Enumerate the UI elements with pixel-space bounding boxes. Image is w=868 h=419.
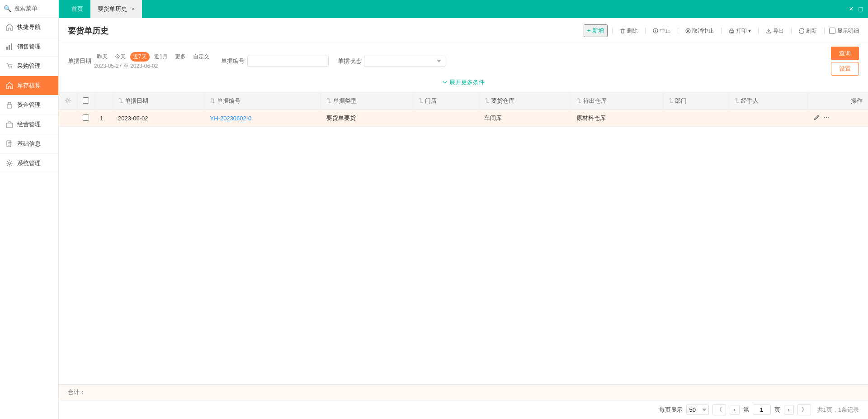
sidebar-item-inventory[interactable]: 库存核算: [0, 76, 58, 95]
select-all-checkbox[interactable]: [83, 97, 89, 104]
td-pending-warehouse: 原材料仓库: [571, 110, 663, 127]
expand-more-label: 展开更多条件: [449, 78, 485, 86]
divider-5: [758, 28, 759, 34]
content: 要货单历史 + 新增 删除 中止 取消中止: [59, 18, 868, 419]
sidebar-item-sales[interactable]: 销售管理: [0, 37, 58, 57]
th-req-warehouse[interactable]: ⇅ 要货仓库: [479, 92, 571, 110]
export-button[interactable]: 导出: [763, 26, 787, 36]
window-close-btn[interactable]: ×: [849, 5, 853, 13]
add-button[interactable]: + 新增: [584, 24, 608, 37]
sidebar-item-system[interactable]: 系统管理: [0, 154, 58, 173]
th-store[interactable]: ⇅ 门店: [413, 92, 479, 110]
show-detail-toggle[interactable]: 显示明细: [829, 27, 859, 35]
page-suffix: 页: [774, 406, 780, 414]
doc-no-label: 单据编号: [221, 57, 245, 65]
sidebar-item-quick-nav[interactable]: 快捷导航: [0, 18, 58, 37]
home-icon: [5, 23, 14, 31]
th-department[interactable]: ⇅ 部门: [663, 92, 729, 110]
print-dropdown-icon[interactable]: ▾: [748, 28, 751, 34]
row-edit-icon[interactable]: [813, 114, 820, 122]
tab-requisition-history[interactable]: 要货单历史 ×: [90, 0, 142, 18]
td-department: [663, 110, 729, 127]
td-doc-no[interactable]: YH-20230602-0: [205, 110, 321, 127]
tab-close-icon[interactable]: ×: [132, 6, 135, 12]
print-button[interactable]: 打印 ▾: [726, 26, 754, 36]
date-shortcut-more[interactable]: 更多: [172, 52, 189, 62]
svg-point-8: [9, 162, 11, 165]
date-shortcut-yesterday[interactable]: 昨天: [94, 52, 110, 62]
td-checkbox[interactable]: [77, 110, 94, 127]
date-shortcut-1month[interactable]: 近1月: [151, 52, 171, 62]
window-maximize-btn[interactable]: □: [859, 5, 863, 13]
query-button[interactable]: 查询: [831, 47, 859, 60]
th-pending-warehouse[interactable]: ⇅ 待出仓库: [571, 92, 663, 110]
row-more-icon[interactable]: [823, 114, 830, 122]
svg-point-13: [67, 100, 69, 101]
refresh-button[interactable]: 刷新: [796, 26, 820, 36]
row-checkbox[interactable]: [83, 114, 89, 121]
show-detail-label: 显示明细: [837, 27, 859, 35]
next-page-btn[interactable]: ›: [784, 405, 794, 415]
sidebar-item-purchase[interactable]: 采购管理: [0, 57, 58, 76]
pagination-bar: 每页显示 50 20 100 《 ‹ 第 页 › 》 共1页，1条记录: [59, 400, 868, 419]
page-title-bar: 要货单历史 + 新增 删除 中止 取消中止: [59, 18, 868, 41]
th-doc-no[interactable]: ⇅ 单据编号: [205, 92, 321, 110]
house-icon: [5, 81, 14, 90]
doc-no-input[interactable]: [247, 56, 329, 67]
th-date[interactable]: ⇅ 单据日期: [113, 92, 205, 110]
svg-rect-12: [731, 32, 733, 33]
sort-icon: ⇅: [669, 97, 674, 104]
svg-point-14: [824, 117, 825, 118]
sidebar: 🔍 搜索菜单 快捷导航 销售管理 采购管理 库存核算 资金管理 经: [0, 0, 59, 419]
document-icon: [5, 140, 14, 148]
page-input[interactable]: [753, 405, 771, 415]
sidebar-item-basic-info[interactable]: 基础信息: [0, 134, 58, 154]
date-shortcut-7days[interactable]: 近7天: [130, 52, 150, 62]
th-handler[interactable]: ⇅ 经手人: [729, 92, 808, 110]
th-doc-type[interactable]: ⇅ 单据类型: [321, 92, 413, 110]
prev-page-btn[interactable]: ‹: [730, 405, 740, 415]
svg-rect-2: [11, 43, 12, 50]
sidebar-search[interactable]: 🔍 搜索菜单: [0, 0, 58, 18]
filter-buttons: 查询 设置: [831, 47, 859, 76]
divider-4: [721, 28, 722, 34]
tab-home-label: 首页: [71, 5, 83, 13]
sidebar-item-finance[interactable]: 资金管理: [0, 95, 58, 115]
footer-total-label: 合计：: [68, 388, 85, 396]
per-page-label: 每页显示: [659, 406, 683, 414]
tab-home[interactable]: 首页: [64, 0, 90, 18]
doc-no-link[interactable]: YH-20230602-0: [210, 115, 252, 122]
page-title: 要货单历史: [68, 25, 108, 36]
sidebar-item-label: 采购管理: [17, 62, 41, 70]
gear-icon: [5, 159, 14, 167]
sidebar-item-label: 资金管理: [17, 101, 41, 109]
th-checkbox[interactable]: [77, 92, 94, 110]
chart-icon: [5, 43, 14, 51]
date-shortcut-today[interactable]: 今天: [112, 52, 128, 62]
toolbar: + 新增 删除 中止 取消中止 打: [584, 24, 859, 37]
sidebar-item-label: 库存核算: [17, 81, 41, 90]
sidebar-item-label: 快捷导航: [17, 23, 41, 31]
date-shortcut-custom[interactable]: 自定义: [190, 52, 212, 62]
settings-button[interactable]: 设置: [831, 62, 859, 76]
th-settings[interactable]: [59, 92, 77, 110]
date-range-display: 2023-05-27 至 2023-06-02: [94, 62, 212, 70]
doc-status-select[interactable]: [364, 56, 445, 67]
page-label: 第: [743, 406, 749, 414]
cancel-stop-button[interactable]: 取消中止: [683, 26, 717, 36]
per-page-select[interactable]: 50 20 100: [686, 405, 709, 415]
sort-icon: ⇅: [485, 97, 490, 104]
doc-no-filter: 单据编号: [221, 56, 329, 67]
expand-more[interactable]: 展开更多条件: [68, 78, 859, 86]
svg-rect-1: [9, 45, 10, 50]
sort-icon: ⇅: [118, 97, 123, 104]
td-actions: [808, 110, 868, 127]
last-page-btn[interactable]: 》: [797, 404, 811, 415]
show-detail-checkbox[interactable]: [829, 28, 835, 34]
delete-button[interactable]: 删除: [617, 26, 641, 36]
first-page-btn[interactable]: 《: [712, 404, 726, 415]
stop-button[interactable]: 中止: [650, 26, 673, 36]
sort-icon: ⇅: [576, 97, 581, 104]
divider-7: [824, 28, 825, 34]
sidebar-item-operations[interactable]: 经营管理: [0, 115, 58, 134]
